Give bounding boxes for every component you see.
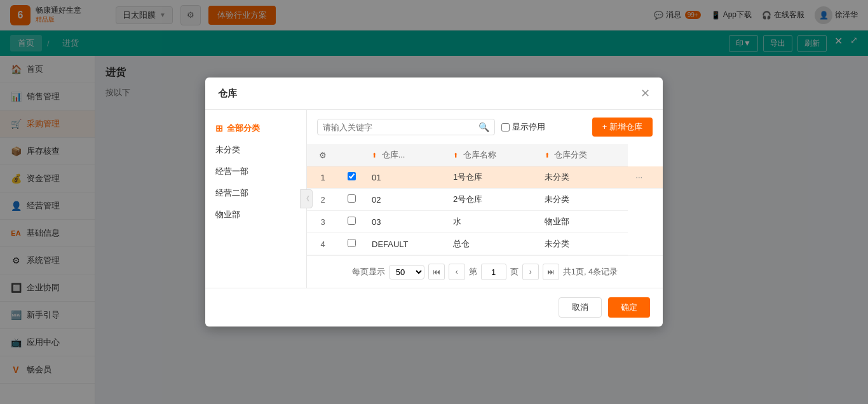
all-category-label: 全部分类 — [227, 123, 260, 134]
per-page-label: 每页显示 — [352, 266, 385, 278]
row-name: 2号仓库 — [445, 189, 537, 211]
grid-icon: ⊞ — [215, 123, 223, 133]
category-collapse-button[interactable]: 《 — [300, 189, 313, 208]
col-name-label: 仓库名称 — [463, 150, 496, 159]
show-disabled-checkbox[interactable] — [501, 123, 510, 131]
row-code: DEFAULT — [364, 233, 445, 255]
col-code-label: 仓库... — [382, 150, 405, 159]
page-unit: 页 — [510, 266, 519, 278]
col-category-header: ⬆ 仓库分类 — [537, 144, 628, 166]
category-item-ops1[interactable]: 经营一部 — [205, 161, 306, 182]
table-row[interactable]: 1 01 1号仓库 未分类 ··· — [307, 166, 663, 189]
row-name: 1号仓库 — [445, 166, 537, 189]
row-actions[interactable]: ··· — [628, 166, 663, 189]
modal-overlay: 仓库 ✕ ⊞ 全部分类 未分类 经营一部 经营二部 物业部 《 — [0, 0, 868, 404]
row-actions-icon[interactable]: ··· — [635, 172, 642, 182]
show-disabled-checkbox-label[interactable]: 显示停用 — [501, 121, 545, 133]
modal-body: ⊞ 全部分类 未分类 经营一部 经营二部 物业部 《 🔍 — [205, 110, 663, 288]
search-icon[interactable]: 🔍 — [478, 122, 489, 132]
row-checkbox[interactable] — [348, 239, 356, 247]
row-code: 03 — [364, 211, 445, 233]
row-num: 4 — [307, 233, 339, 255]
page-label: 第 — [469, 266, 477, 278]
table-row[interactable]: 4 DEFAULT 总仓 未分类 — [307, 233, 663, 255]
row-category: 未分类 — [537, 233, 628, 255]
first-page-button[interactable]: ⏮ — [428, 264, 445, 280]
category-panel: ⊞ 全部分类 未分类 经营一部 经营二部 物业部 《 — [205, 110, 307, 288]
modal-footer: 取消 确定 — [205, 288, 663, 327]
row-category: 物业部 — [537, 211, 628, 233]
sort-icon-category: ⬆ — [545, 152, 550, 159]
row-num: 1 — [307, 166, 339, 189]
row-checkbox-cell[interactable] — [339, 166, 364, 189]
category-item-unclassified[interactable]: 未分类 — [205, 139, 306, 161]
modal-title: 仓库 — [218, 88, 237, 100]
row-category: 未分类 — [537, 189, 628, 211]
modal-header: 仓库 ✕ — [205, 77, 663, 110]
row-name: 水 — [445, 211, 537, 233]
row-checkbox-cell[interactable] — [339, 189, 364, 211]
next-page-button[interactable]: › — [522, 264, 539, 280]
table-container: ⚙ ⬆ 仓库... ⬆ 仓库名称 — [307, 144, 663, 255]
row-checkbox[interactable] — [348, 194, 356, 203]
col-check — [339, 144, 364, 166]
last-page-button[interactable]: ⏭ — [543, 264, 559, 280]
sort-icon-name: ⬆ — [453, 152, 458, 159]
warehouse-table: ⚙ ⬆ 仓库... ⬆ 仓库名称 — [307, 144, 663, 255]
row-checkbox-cell[interactable] — [339, 211, 364, 233]
table-row[interactable]: 3 03 水 物业部 — [307, 211, 663, 233]
row-name: 总仓 — [445, 233, 537, 255]
prev-page-button[interactable]: ‹ — [449, 264, 465, 280]
category-item-ops2[interactable]: 经营二部 — [205, 182, 306, 204]
row-code: 01 — [364, 166, 445, 189]
table-row[interactable]: 2 02 2号仓库 未分类 — [307, 189, 663, 211]
category-item-property[interactable]: 物业部 — [205, 204, 306, 226]
table-toolbar: 🔍 显示停用 + 新增仓库 — [307, 110, 663, 144]
modal-close-icon[interactable]: ✕ — [641, 86, 650, 100]
show-disabled-label: 显示停用 — [512, 121, 545, 133]
row-category: 未分类 — [537, 166, 628, 189]
add-warehouse-button[interactable]: + 新增仓库 — [592, 118, 653, 137]
pagination: 每页显示 50 20 100 ⏮ ‹ 第 页 › ⏭ 共1页, 4条记录 — [307, 255, 663, 288]
sort-icon-code: ⬆ — [372, 152, 377, 159]
confirm-button[interactable]: 确定 — [608, 297, 650, 318]
col-name-header: ⬆ 仓库名称 — [445, 144, 537, 166]
row-checkbox[interactable] — [348, 217, 356, 225]
col-gear: ⚙ — [307, 144, 339, 166]
row-checkbox-cell[interactable] — [339, 233, 364, 255]
warehouse-modal: 仓库 ✕ ⊞ 全部分类 未分类 经营一部 经营二部 物业部 《 — [205, 77, 663, 327]
per-page-select[interactable]: 50 20 100 — [389, 265, 424, 279]
row-checkbox[interactable] — [348, 172, 356, 180]
cancel-button[interactable]: 取消 — [559, 297, 602, 318]
all-category-button[interactable]: ⊞ 全部分类 — [205, 118, 306, 139]
search-wrapper: 🔍 — [317, 119, 495, 135]
row-code: 02 — [364, 189, 445, 211]
page-input[interactable] — [481, 264, 506, 280]
col-code-header: ⬆ 仓库... — [364, 144, 445, 166]
table-header-row: ⚙ ⬆ 仓库... ⬆ 仓库名称 — [307, 144, 663, 166]
row-num: 3 — [307, 211, 339, 233]
col-category-label: 仓库分类 — [554, 150, 587, 159]
total-info: 共1页, 4条记录 — [563, 266, 618, 278]
table-panel: 🔍 显示停用 + 新增仓库 ⚙ — [307, 110, 663, 288]
search-input[interactable] — [323, 123, 478, 132]
